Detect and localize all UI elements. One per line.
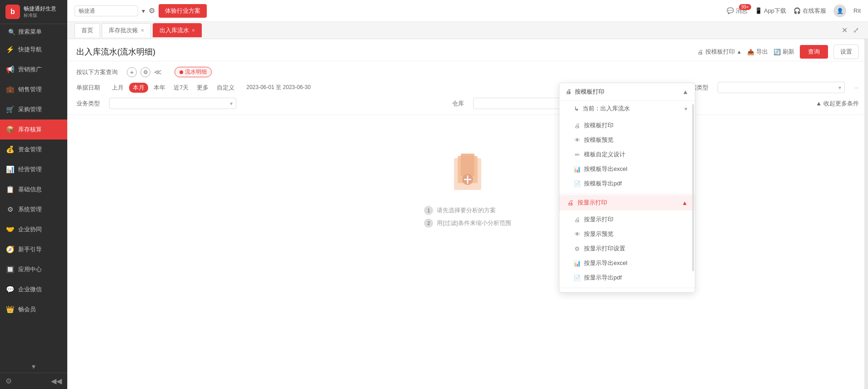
sidebar-collapse-btn[interactable]: ◀◀ bbox=[51, 377, 62, 385]
export-label: 导出 bbox=[756, 48, 768, 56]
dropdown-default-func[interactable]: ⚙ 设置默认功能 ▾ bbox=[559, 289, 695, 292]
app-logo-icon: b bbox=[5, 5, 20, 19]
top-search-input[interactable] bbox=[75, 5, 138, 16]
print-icon: 🖨 bbox=[698, 49, 703, 55]
export-btn[interactable]: 📤 导出 bbox=[747, 48, 768, 56]
empty-step-1: 1 请先选择要分析的方案 bbox=[424, 206, 511, 215]
service-btn[interactable]: 🎧 在线客服 bbox=[793, 7, 826, 15]
tab-flow[interactable]: 出入库流水 × bbox=[153, 23, 202, 37]
doc-type-wrapper[interactable] bbox=[718, 82, 845, 93]
biz-type-wrapper[interactable] bbox=[109, 98, 236, 109]
tab-flow-close[interactable]: × bbox=[192, 27, 195, 34]
sidebar-settings-btn[interactable]: ⚙ bbox=[5, 377, 12, 385]
template-print-item[interactable]: 🖨 按模板打印 bbox=[559, 118, 695, 133]
date-opt-last-month[interactable]: 上月 bbox=[109, 83, 126, 93]
refresh-btn[interactable]: 🔄 刷新 bbox=[773, 48, 794, 56]
setting-btn[interactable]: 设置 bbox=[833, 45, 859, 59]
sidebar-item-sales[interactable]: 💼 销售管理 bbox=[0, 80, 67, 100]
page-scrollbar[interactable] bbox=[864, 39, 868, 389]
sidebar-item-collab[interactable]: 🤝 企业协同 bbox=[0, 219, 67, 239]
app-download-btn[interactable]: 📱 App下载 bbox=[755, 7, 786, 15]
display-pdf-item[interactable]: 📄 按显示导出pdf bbox=[559, 270, 695, 285]
app-subtitle: 标准版 bbox=[24, 12, 56, 19]
template-excel-item[interactable]: 📊 按模板导出excel bbox=[559, 162, 695, 176]
template-pdf-item[interactable]: 📄 按模板导出pdf bbox=[559, 176, 695, 191]
design-icon: ✏ bbox=[574, 151, 580, 158]
message-badge: 99+ bbox=[739, 4, 751, 10]
sidebar-scroll-down[interactable]: ▾ bbox=[0, 360, 67, 373]
biz-type-select[interactable] bbox=[109, 98, 236, 109]
content-wrapper: 出入库流水(流水明细) 按以下方案查询 + ⚙ ≪ bbox=[67, 39, 868, 389]
query-btn[interactable]: 查询 bbox=[800, 45, 828, 59]
sidebar-item-label: 销售管理 bbox=[18, 85, 42, 94]
collapse-btn[interactable]: ▲ 收起更多条件 bbox=[816, 100, 859, 108]
dropdown-collapse-btn[interactable]: ▲ bbox=[682, 88, 688, 95]
date-opt-more[interactable]: 更多 bbox=[194, 83, 211, 93]
display-print-items: 🖨 按显示打印 👁 按显示预览 ⚙ 按显示打印设置 📊 bbox=[559, 210, 695, 287]
template-preview-item[interactable]: 👁 按模板预览 bbox=[559, 133, 695, 147]
user-avatar[interactable]: 👤 bbox=[833, 5, 846, 17]
guide-icon: 🧭 bbox=[5, 245, 15, 254]
sidebar-item-apps[interactable]: 🔲 应用中心 bbox=[0, 259, 67, 279]
print-btn[interactable]: 🖨 按模板打印 ▲ bbox=[698, 48, 742, 56]
app-download-label: App下载 bbox=[764, 7, 786, 15]
scroll-down-btn[interactable]: ▾ bbox=[32, 362, 35, 371]
filter-collapse-left-btn[interactable]: ≪ bbox=[154, 68, 162, 76]
vip-icon: 👑 bbox=[5, 305, 15, 314]
display-excel-item[interactable]: 📊 按显示导出excel bbox=[559, 256, 695, 270]
sidebar-search[interactable]: 🔍 搜索菜单 bbox=[0, 24, 67, 40]
basic-icon: 📋 bbox=[5, 185, 15, 194]
template-custom-item[interactable]: ✏ 模板自定义设计 bbox=[559, 147, 695, 162]
date-opt-this-month[interactable]: 本月 bbox=[129, 83, 148, 93]
dropdown-current-label: 当前：出入库流水 bbox=[583, 105, 630, 113]
search-dropdown-btn[interactable]: ▾ bbox=[142, 7, 145, 15]
doc-type-more-btn[interactable]: ··· bbox=[854, 84, 859, 91]
page-content: 出入库流水(流水明细) 按以下方案查询 + ⚙ ≪ bbox=[67, 39, 868, 389]
display-preview-item[interactable]: 👁 按显示预览 bbox=[559, 227, 695, 241]
dropdown-current-item[interactable]: ↳ 当前：出入库流水 ▾ bbox=[559, 101, 695, 116]
svg-rect-2 bbox=[461, 154, 474, 176]
search-icon: 🔍 bbox=[8, 29, 15, 35]
sidebar-item-guide[interactable]: 🧭 新手引导 bbox=[0, 239, 67, 259]
filter-settings-btn[interactable]: ⚙ bbox=[140, 67, 150, 77]
sidebar-item-label: 系统管理 bbox=[18, 205, 42, 214]
sidebar-item-operation[interactable]: 📊 经营管理 bbox=[0, 160, 67, 180]
collapse-label: 收起更多条件 bbox=[823, 100, 859, 108]
sidebar-item-basic[interactable]: 📋 基础信息 bbox=[0, 180, 67, 199]
tab-home[interactable]: 首页 bbox=[75, 23, 100, 37]
tag-label: 流水明细 bbox=[185, 68, 207, 76]
date-opt-7days[interactable]: 近7天 bbox=[171, 83, 191, 93]
sidebar-item-marketing[interactable]: 📢 营销推广 bbox=[0, 60, 67, 80]
filter-add-btn[interactable]: + bbox=[127, 67, 137, 77]
doc-type-select[interactable] bbox=[718, 82, 845, 93]
sidebar-item-system[interactable]: ⚙ 系统管理 bbox=[0, 199, 67, 219]
sidebar-item-inventory[interactable]: 📦 库存核算 bbox=[0, 120, 67, 140]
tab-batch-close[interactable]: × bbox=[141, 27, 144, 34]
display-print-section-header[interactable]: 🖨 按显示打印 ▲ bbox=[559, 195, 695, 210]
sidebar-item-label: 畅会员 bbox=[18, 305, 36, 314]
display-print-item[interactable]: 🖨 按显示打印 bbox=[559, 212, 695, 227]
trial-btn[interactable]: 体验行业方案 bbox=[159, 4, 207, 18]
template-pdf-label: 按模板导出pdf bbox=[584, 180, 622, 188]
filter-row-date: 单据日期 上月 本月 本年 近7天 更多 自定义 2023-06-01 至 20… bbox=[76, 82, 859, 93]
tab-batch[interactable]: 库存批次账 × bbox=[102, 23, 151, 37]
sidebar-item-vip[interactable]: 👑 畅会员 bbox=[0, 299, 67, 319]
date-opt-custom[interactable]: 自定义 bbox=[214, 83, 237, 93]
tab-close-all-btn[interactable]: ✕ bbox=[840, 26, 849, 35]
avatar-icon: 👤 bbox=[837, 8, 843, 14]
tab-expand-btn[interactable]: ⤢ bbox=[851, 26, 861, 35]
template-print-label: 按模板打印 bbox=[584, 121, 614, 130]
display-preview-icon: 👁 bbox=[574, 231, 580, 237]
settings-gear-btn[interactable]: ⚙ bbox=[149, 6, 155, 15]
sidebar-item-quick-nav[interactable]: ⚡ 快捷导航 bbox=[0, 40, 67, 60]
sidebar-item-purchase[interactable]: 🛒 采购管理 bbox=[0, 100, 67, 120]
sidebar-item-finance[interactable]: 💰 资金管理 bbox=[0, 140, 67, 160]
display-settings-item[interactable]: ⚙ 按显示打印设置 bbox=[559, 241, 695, 256]
top-bar: ▾ ⚙ 体验行业方案 💬 消息 99+ 📱 App下载 🎧 在线客服 bbox=[67, 0, 868, 22]
step-1-text: 请先选择要分析的方案 bbox=[437, 206, 496, 214]
date-opt-this-year[interactable]: 本年 bbox=[151, 83, 168, 93]
message-btn[interactable]: 💬 消息 99+ bbox=[727, 7, 748, 15]
template-custom-label: 模板自定义设计 bbox=[584, 150, 625, 159]
username[interactable]: Rit bbox=[853, 7, 861, 14]
sidebar-item-wechat[interactable]: 💬 企业微信 bbox=[0, 279, 67, 299]
